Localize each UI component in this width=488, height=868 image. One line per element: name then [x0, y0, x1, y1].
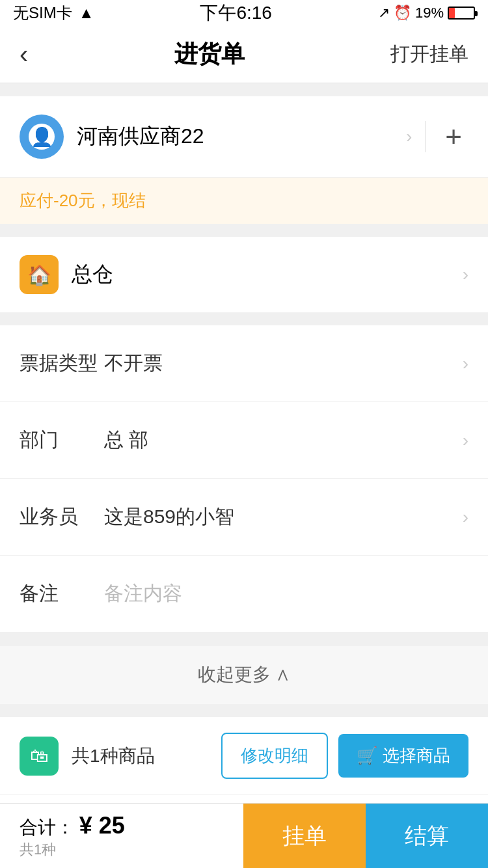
salesperson-chevron-icon: › — [463, 507, 468, 528]
select-product-button[interactable]: 🛒 选择商品 — [338, 734, 468, 778]
back-button[interactable]: ‹ — [20, 40, 28, 69]
divider — [425, 121, 426, 152]
open-pending-button[interactable]: 打开挂单 — [390, 41, 468, 68]
invoice-label: 票据类型 — [20, 350, 104, 377]
supplier-section: 👤 河南供应商22 › + 应付-20元，现结 — [0, 96, 488, 224]
select-product-label: 选择商品 — [383, 744, 450, 767]
supplier-chevron-icon: › — [406, 126, 412, 147]
total-label: 合计： — [20, 817, 74, 837]
supplier-avatar-face: 👤 — [31, 126, 53, 148]
checkout-button[interactable]: 结算 — [366, 804, 488, 869]
hang-label: 挂单 — [282, 821, 327, 851]
status-right: ↗ ⏰ 19% — [378, 5, 475, 21]
nav-bar: ‹ 进货单 打开挂单 — [0, 26, 488, 83]
edit-detail-button[interactable]: 修改明细 — [221, 733, 328, 779]
remark-value[interactable]: 备注内容 — [104, 580, 468, 607]
page-title: 进货单 — [174, 38, 245, 70]
salesperson-value: 这是859的小智 — [104, 504, 456, 530]
warehouse-name: 总仓 — [72, 260, 456, 289]
add-button[interactable]: + — [439, 120, 468, 153]
total-sub: 共1种 — [20, 840, 224, 860]
supplier-row[interactable]: 👤 河南供应商22 › + — [0, 96, 488, 178]
hang-button[interactable]: 挂单 — [243, 804, 366, 869]
battery-percent: 19% — [415, 5, 444, 21]
invoice-value: 不开票 — [104, 350, 456, 377]
invoice-chevron-icon: › — [463, 353, 468, 374]
form-row-invoice[interactable]: 票据类型 不开票 › — [0, 325, 488, 402]
product-icon: 🛍 — [20, 737, 59, 776]
location-icon: ↗ — [378, 5, 390, 21]
remark-label: 备注 — [20, 580, 104, 607]
signal-text: 无SIM卡 — [13, 3, 72, 23]
status-bar: 无SIM卡 ▲ 下午6:16 ↗ ⏰ 19% — [0, 0, 488, 26]
supplier-avatar: 👤 — [20, 115, 64, 159]
dept-label: 部门 — [20, 427, 104, 454]
status-left: 无SIM卡 ▲ — [13, 3, 94, 23]
product-count: 共1种商品 — [72, 744, 221, 768]
warehouse-chevron-icon: › — [463, 264, 468, 285]
collapse-button[interactable]: 收起更多 ∧ — [0, 645, 488, 704]
main-content: 👤 河南供应商22 › + 应付-20元，现结 🏠 总仓 › 票据类型 不开票 … — [0, 96, 488, 868]
dept-value: 总 部 — [104, 427, 456, 454]
wifi-icon: ▲ — [79, 4, 94, 22]
collapse-label: 收起更多 ∧ — [198, 664, 291, 685]
product-header: 🛍 共1种商品 修改明细 🛒 选择商品 — [0, 717, 488, 795]
form-section: 票据类型 不开票 › 部门 总 部 › 业务员 这是859的小智 › 备注 备注… — [0, 325, 488, 632]
bottom-bar: 合计： ¥ 25 共1种 挂单 结算 — [0, 803, 488, 868]
dept-chevron-icon: › — [463, 430, 468, 451]
salesperson-label: 业务员 — [20, 504, 104, 530]
alarm-icon: ⏰ — [394, 5, 411, 21]
warehouse-row[interactable]: 🏠 总仓 › — [0, 237, 488, 312]
warehouse-icon: 🏠 — [20, 255, 59, 294]
supplier-name: 河南供应商22 — [77, 122, 400, 151]
cart-icon: 🛒 — [357, 746, 377, 766]
form-row-remark[interactable]: 备注 备注内容 — [0, 556, 488, 632]
notice-bar: 应付-20元，现结 — [0, 178, 488, 224]
battery-icon — [448, 7, 475, 20]
total-amount: ¥ 25 — [79, 812, 125, 839]
notice-text: 应付-20元，现结 — [20, 191, 146, 210]
form-row-dept[interactable]: 部门 总 部 › — [0, 402, 488, 479]
total-section: 合计： ¥ 25 共1种 — [0, 812, 243, 860]
checkout-label: 结算 — [405, 821, 449, 851]
total-row: 合计： ¥ 25 — [20, 812, 224, 840]
warehouse-section: 🏠 总仓 › — [0, 237, 488, 312]
status-time: 下午6:16 — [200, 1, 272, 25]
form-row-salesperson[interactable]: 业务员 这是859的小智 › — [0, 479, 488, 556]
